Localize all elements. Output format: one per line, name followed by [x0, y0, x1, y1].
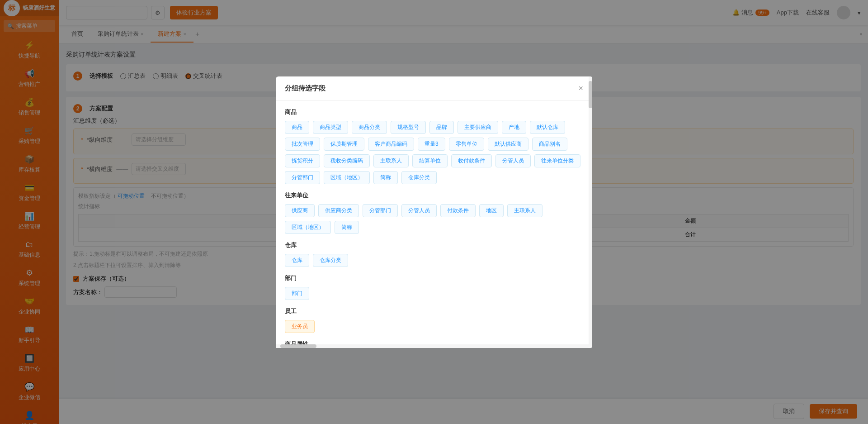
field-tag[interactable]: 客户商品编码 [368, 138, 414, 151]
field-section-product: 商品 商品 商品类型 商品分类 规格型号 品牌 主要供应商 产地 默认仓库 批次… [285, 108, 583, 184]
field-tag[interactable]: 分管部门 [285, 171, 320, 184]
field-tag[interactable]: 规格型号 [391, 121, 426, 134]
field-tag[interactable]: 默认仓库 [530, 121, 565, 134]
section-title-warehouse: 仓库 [285, 241, 583, 249]
field-tag[interactable]: 分管人员 [495, 154, 531, 167]
field-section-department: 部门 部门 [285, 274, 583, 300]
modal-dialog: 分组待选字段 × 商品 商品 商品类型 商品分类 规格型号 品牌 主要供应商 产… [276, 76, 592, 348]
section-title-partner: 往来单位 [285, 191, 583, 200]
field-tag[interactable]: 区域（地区） [324, 171, 370, 184]
field-tag[interactable]: 仓库分类 [401, 171, 437, 184]
product-fields: 商品 商品类型 商品分类 规格型号 品牌 主要供应商 产地 默认仓库 批次管理 … [285, 121, 583, 184]
field-tag[interactable]: 商品 [285, 121, 309, 134]
field-tag[interactable]: 批次管理 [285, 138, 320, 151]
modal-scrollbar-track [589, 76, 592, 348]
field-tag[interactable]: 结算单位 [412, 154, 448, 167]
modal-overlay: 分组待选字段 × 商品 商品 商品类型 商品分类 规格型号 品牌 主要供应商 产… [0, 0, 868, 424]
employee-fields: 业务员 [285, 320, 583, 333]
modal-hscroll-track [276, 344, 589, 348]
field-tag[interactable]: 付款条件 [440, 204, 476, 217]
field-section-employee: 员工 业务员 [285, 307, 583, 333]
field-tag[interactable]: 零售单位 [449, 138, 484, 151]
field-tag[interactable]: 重量3 [418, 138, 445, 151]
field-tag[interactable]: 主联系人 [373, 154, 409, 167]
field-section-partner: 往来单位 供应商 供应商分类 分管部门 分管人员 付款条件 地区 主联系人 区域… [285, 191, 583, 234]
modal-header: 分组待选字段 × [276, 76, 592, 101]
field-tag[interactable]: 仓库 [285, 254, 309, 267]
field-tag[interactable]: 简称 [335, 221, 359, 234]
modal-scrollbar-thumb[interactable] [589, 81, 592, 108]
field-tag[interactable]: 产地 [502, 121, 526, 134]
field-tag[interactable]: 主联系人 [507, 204, 542, 217]
field-tag[interactable]: 简称 [373, 171, 398, 184]
field-tag[interactable]: 部门 [285, 287, 309, 300]
field-tag[interactable]: 往来单位分类 [534, 154, 580, 167]
field-tag[interactable]: 区域（地区） [285, 221, 331, 234]
field-tag[interactable]: 税收分类编码 [324, 154, 370, 167]
field-tag[interactable]: 分管部门 [363, 204, 398, 217]
modal-close-button[interactable]: × [578, 84, 583, 93]
field-tag[interactable]: 仓库分类 [313, 254, 348, 267]
field-tag[interactable]: 保质期管理 [324, 138, 364, 151]
field-tag[interactable]: 供应商 [285, 204, 315, 217]
field-tag[interactable]: 品牌 [429, 121, 454, 134]
field-section-warehouse: 仓库 仓库 仓库分类 [285, 241, 583, 267]
field-tag[interactable]: 主要供应商 [458, 121, 498, 134]
field-tag[interactable]: 商品分类 [352, 121, 387, 134]
field-tag[interactable]: 默认供应商 [488, 138, 528, 151]
field-tag[interactable]: 收付款条件 [451, 154, 492, 167]
field-tag[interactable]: 地区 [479, 204, 504, 217]
modal-title: 分组待选字段 [285, 84, 326, 93]
field-tag[interactable]: 供应商分类 [318, 204, 359, 217]
partner-fields: 供应商 供应商分类 分管部门 分管人员 付款条件 地区 主联系人 区域（地区） … [285, 204, 583, 234]
department-fields: 部门 [285, 287, 583, 300]
warehouse-fields: 仓库 仓库分类 [285, 254, 583, 267]
field-tag[interactable]: 业务员 [285, 320, 315, 333]
field-tag[interactable]: 拣货积分 [285, 154, 320, 167]
section-title-department: 部门 [285, 274, 583, 282]
modal-body: 商品 商品 商品类型 商品分类 规格型号 品牌 主要供应商 产地 默认仓库 批次… [276, 101, 592, 348]
field-tag[interactable]: 商品类型 [313, 121, 348, 134]
section-title-employee: 员工 [285, 307, 583, 315]
section-title-product: 商品 [285, 108, 583, 116]
field-tag[interactable]: 商品别名 [532, 138, 567, 151]
modal-hscroll-thumb[interactable] [280, 344, 316, 348]
field-tag[interactable]: 分管人员 [401, 204, 437, 217]
